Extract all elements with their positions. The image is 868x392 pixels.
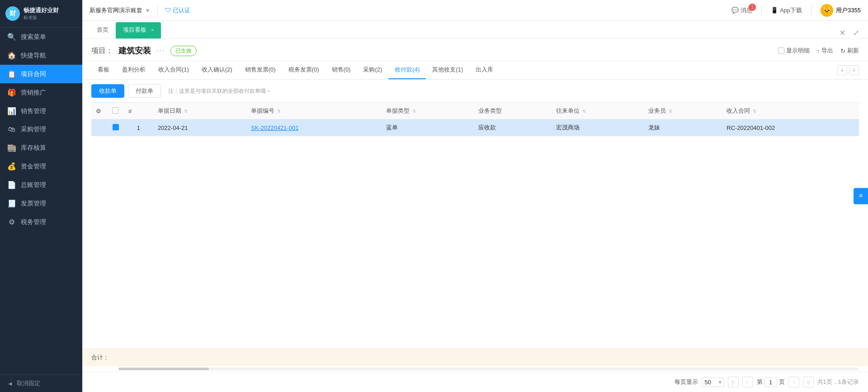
app-download-button[interactable]: 📱 App下载 [771,6,802,14]
sub-tab-income-contract[interactable]: 收入合同(1) [152,61,195,79]
user-menu[interactable]: 🐱 用户3355 [821,4,861,17]
refresh-label: 刷新 [847,47,859,55]
th-income-contract[interactable]: 收入合同 ⇅ [722,103,859,120]
sub-tab-board[interactable]: 看板 [91,61,116,79]
row-code-link[interactable]: SK-20220421-001 [251,124,299,131]
select-all-checkbox[interactable] [112,107,118,114]
sidebar-item-ledger[interactable]: 📄 总账管理 [0,176,82,194]
horizontal-scrollbar[interactable] [82,366,868,372]
sidebar-item-search[interactable]: 🔍 搜索菜单 [0,28,82,46]
project-more-button[interactable]: ··· [156,47,165,55]
message-icon: 💬 [731,7,739,14]
topbar-divider-3 [811,6,811,15]
mobile-icon: 📱 [771,7,778,14]
table-header-row: ⚙ # 单据日期 ⇅ 单据编号 ⇅ [91,103,859,120]
sub-tab-receive-pay[interactable]: 收付款(4) [388,61,426,79]
content-area: 项目： 建筑安装 ··· 已生效 显示明细 ↑ 导出 ↻ 刷新 [82,39,868,392]
sub-tab-board-label: 看板 [98,66,109,73]
page-next-button[interactable]: › [788,377,799,387]
sidebar-item-invoice[interactable]: 🧾 发票管理 [0,194,82,213]
tab-project-board[interactable]: 项目看板 × [116,22,161,38]
main-area: 新服务官网演示账套 ▼ 🛡 已认证 💬 消息 1 📱 App下载 🐱 用户335… [82,0,868,392]
sidebar-logo: 财 畅捷通好业财 标准版 [0,0,82,28]
sort-income-contract-icon: ⇅ [753,109,756,114]
account-selector[interactable]: 新服务官网演示账套 ▼ [90,6,150,14]
user-label: 用户3355 [836,6,861,14]
scrollbar-thumb[interactable] [118,368,209,370]
sidebar-item-label: 营销推广 [21,89,46,97]
data-table: ⚙ # 单据日期 ⇅ 单据编号 ⇅ [91,102,859,136]
project-name: 建筑安装 [118,45,151,56]
sidebar-item-quicknav[interactable]: 🏠 快捷导航 [0,46,82,65]
page-first-button[interactable]: |‹ [728,377,739,387]
tab-home[interactable]: 首页 [90,22,116,38]
sub-tab-profit[interactable]: 盈利分析 [116,61,152,79]
row-checkbox[interactable] [113,124,119,130]
refresh-button[interactable]: ↻ 刷新 [840,47,859,55]
receive-toggle-button[interactable]: 收款单 [91,84,124,98]
sub-tab-income-confirm[interactable]: 收入确认(2) [195,61,239,79]
sidebar-unpin-button[interactable]: ◄ 取消固定 [0,374,82,392]
table-body: 1 2022-04-21 SK-20220421-001 蓝单 应收款 宏茂商场… [91,120,859,136]
tab-maximize-button[interactable]: ⤢ [851,28,861,38]
sub-tab-inout[interactable]: 出入库 [469,61,500,79]
table-footer: 合计： [82,349,868,366]
per-page-select[interactable]: 50 10 20 100 [702,378,724,387]
topbar: 新服务官网演示账套 ▼ 🛡 已认证 💬 消息 1 📱 App下载 🐱 用户335… [82,0,868,21]
th-salesperson[interactable]: 业务员 ⇅ [644,103,722,120]
sidebar-item-purchase[interactable]: 🛍 采购管理 [0,120,82,139]
sub-tab-sales[interactable]: 销售(0) [326,61,357,79]
message-badge: 1 [749,4,756,11]
sub-tab-other-income[interactable]: 其他收支(1) [426,61,469,79]
row-checkbox-cell[interactable] [108,120,124,136]
sidebar-item-marketing[interactable]: 🎁 营销推广 [0,83,82,102]
pay-toggle-button[interactable]: 付款单 [128,84,161,98]
page-label: 第 [757,378,763,386]
th-type[interactable]: 单据类型 ⇅ [382,103,474,120]
th-type-label: 单据类型 [386,107,410,114]
show-detail-checkbox[interactable] [778,48,784,54]
sidebar-item-label: 发票管理 [21,200,46,208]
sidebar: 财 畅捷通好业财 标准版 🔍 搜索菜单 🏠 快捷导航 📋 项目合同 🎁 营销推广… [0,0,82,392]
sub-tab-income-contract-label: 收入合同(1) [158,66,189,73]
project-icon: 📋 [7,70,16,78]
tab-close-icon[interactable]: × [151,27,154,33]
tab-close-window-button[interactable]: ✕ [837,28,847,38]
sub-tabs-next-button[interactable]: › [849,65,859,75]
sub-tabs-prev-button[interactable]: ‹ [837,65,847,75]
sidebar-item-project[interactable]: 📋 项目合同 [0,65,82,83]
export-label: 导出 [821,47,833,55]
show-detail-toggle[interactable]: 显示明细 [778,47,810,55]
sidebar-item-capital[interactable]: 💰 资金管理 [0,157,82,176]
row-num-cell: 1 [124,120,153,136]
table-row[interactable]: 1 2022-04-21 SK-20220421-001 蓝单 应收款 宏茂商场… [91,120,859,136]
account-name: 新服务官网演示账套 [90,6,142,14]
fab-right-button[interactable]: ≡ [854,188,868,204]
sidebar-item-sales[interactable]: 📊 销售管理 [0,102,82,120]
row-code-cell[interactable]: SK-20220421-001 [246,120,382,136]
sub-tabs-bar: 看板 盈利分析 收入合同(1) 收入确认(2) 销售发票(0) 税务发票(0) … [82,61,868,80]
th-date[interactable]: 单据日期 ⇅ [153,103,246,120]
sidebar-item-tax[interactable]: ⚙ 税务管理 [0,213,82,231]
export-button[interactable]: ↑ 导出 [817,47,834,55]
sidebar-item-inventory[interactable]: 🏬 库存核算 [0,139,82,157]
th-code[interactable]: 单据编号 ⇅ [246,103,382,120]
th-checkbox[interactable] [108,103,124,120]
sub-tab-purchase[interactable]: 采购(2) [357,61,388,79]
settings-icon: ⚙ [96,108,101,115]
sales-icon: 📊 [7,107,16,115]
page-current: 1 [764,378,777,387]
message-button[interactable]: 💬 消息 1 [731,6,752,14]
page-prev-button[interactable]: ‹ [742,377,753,387]
sub-tab-tax-invoice[interactable]: 税务发票(0) [282,61,326,79]
pin-icon: ◄ [7,380,13,387]
scrollbar-track [118,368,859,370]
th-settings[interactable]: ⚙ [91,103,108,120]
sidebar-item-label: 资金管理 [21,163,46,171]
th-partner[interactable]: 往来单位 ⇅ [552,103,644,120]
project-header: 项目： 建筑安装 ··· 已生效 显示明细 ↑ 导出 ↻ 刷新 [82,39,868,61]
sub-tab-inout-label: 出入库 [476,66,493,73]
sidebar-item-label: 销售管理 [21,107,46,115]
sub-tab-sales-invoice[interactable]: 销售发票(0) [239,61,282,79]
page-last-button[interactable]: ›| [803,377,814,387]
